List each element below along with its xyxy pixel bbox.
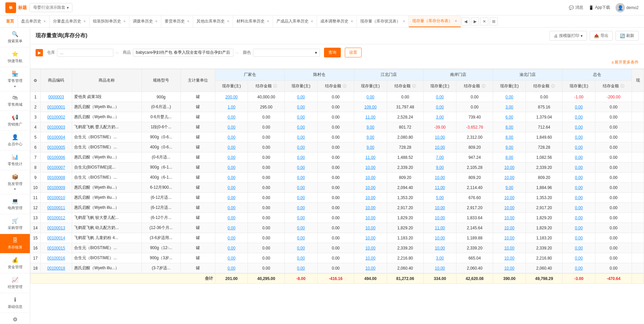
row-jb-amount: 1,829.20 <box>387 213 423 223</box>
row-fw-stock: 1.00 <box>215 102 248 112</box>
sidebar-item-operations[interactable]: 📈 经营管理 <box>0 273 30 293</box>
row-yb-stock: 8.00 <box>493 152 526 163</box>
industry-selector[interactable]: 母婴行业演示陈套 ▾ <box>30 3 72 12</box>
sidebar-item-ecom[interactable]: 💻 电商管理 <box>0 194 30 214</box>
query-btn[interactable]: 查询 <box>324 48 341 57</box>
tab-xczl[interactable]: 现存量（库存状况表） ✕ <box>357 15 409 27</box>
tab-dbs[interactable]: 调拨单历史 ✕ <box>129 15 161 27</box>
table-header-row-1: ⚙ 商品编码 商品名称 规格型号 主计量单位 厂家仓 陈村仓 江北门店 南岸门店… <box>31 69 644 81</box>
tab-xcfb-close[interactable]: ✕ <box>454 19 457 23</box>
operations-icon: 📈 <box>12 277 18 283</box>
row-jb-amount: 0.00 <box>387 92 423 102</box>
warehouse-input[interactable] <box>57 49 113 57</box>
row-name: 惠氏启醒（Wyeth illu...） <box>72 203 142 213</box>
chevron-down-icon: ▼ <box>14 188 16 191</box>
sidebar-item-retail-mgmt[interactable]: 🏪 零售管理 ▲ <box>0 67 30 91</box>
goods-input[interactable] <box>133 49 233 57</box>
th-settings[interactable]: ⚙ <box>31 69 41 92</box>
sidebar-item-basic[interactable]: ℹ 基础信息 <box>0 293 30 313</box>
export-icon: 📤 <box>594 34 599 38</box>
row-fw-stock: 0.00 <box>215 163 248 173</box>
tab-ccrks[interactable]: 产成品入库单历史 ✕ <box>273 15 317 27</box>
message-btn[interactable]: 💬 消息 <box>569 5 583 10</box>
color-label: 颜色 <box>243 50 251 55</box>
sidebar-item-search[interactable]: 🔍 搜索英单 <box>0 28 30 47</box>
color-select[interactable]: ▾ <box>253 49 320 57</box>
user-menu[interactable]: 👤 demo2 <box>615 3 639 12</box>
th-jiangbei-store: 江北门店 <box>354 69 424 81</box>
sidebar-item-retail-stats[interactable]: 📊 零售统计 <box>0 150 30 170</box>
sidebar-item-purchase[interactable]: 🛒 采购管理 <box>0 214 30 234</box>
row-name: 惠氏启醒（Wyeth illu...） <box>72 102 142 112</box>
row-index: 7 <box>31 152 41 163</box>
tab-cbtzs[interactable]: 成本调整单历史 ✕ <box>317 15 357 27</box>
row-unit: 罐 <box>180 163 215 173</box>
row-jb-stock: 11.00 <box>354 152 387 163</box>
row-jb-stock: 9.00 <box>354 142 387 152</box>
row-name: 惠氏启醒（Wyeth illu...） <box>72 112 142 122</box>
row-unit: 罐 <box>180 223 215 233</box>
tab-fpds-close[interactable]: ✕ <box>83 19 86 23</box>
sidebar-item-member[interactable]: 👤 会员中心 <box>0 131 30 150</box>
tab-yhdls-close[interactable]: ✕ <box>187 19 190 23</box>
row-total-stock: 0.00 <box>562 163 595 173</box>
tab-pds-close[interactable]: ✕ <box>43 19 46 23</box>
goods-dotdot[interactable]: ··· <box>235 50 239 55</box>
tab-xcfb[interactable]: 现存量（库存分布表） ✕ <box>409 15 461 27</box>
tab-clcks[interactable]: 材料出库单历史 ✕ <box>233 15 273 27</box>
sidebar-item-finance[interactable]: 💰 资金管理 <box>0 253 30 273</box>
tab-home[interactable]: 首页 <box>3 15 18 27</box>
row-index: 4 <box>31 122 41 132</box>
warehouse-dotdot[interactable]: ··· <box>115 50 119 55</box>
sidebar-item-inventory[interactable]: 🗄 库存核算 <box>0 234 30 253</box>
export-btn[interactable]: 📤 导出 <box>590 31 613 41</box>
filter-toggle-btn[interactable]: ▶ <box>36 49 43 56</box>
tab-expand-btn[interactable]: ⊞ <box>490 17 498 26</box>
tab-next-btn[interactable]: ▶ <box>471 17 479 26</box>
tab-close-all-btn[interactable]: ✕ <box>480 17 488 26</box>
tab-ccrks-close[interactable]: ✕ <box>311 19 313 23</box>
tab-clcks-close[interactable]: ✕ <box>267 19 269 23</box>
row-code: 00100011 <box>41 203 72 213</box>
filter-area: ▶ 仓库 ··· 商品 ··· 颜色 ▾ <box>30 44 644 69</box>
row-spec: 1段(0-6个... <box>142 122 180 132</box>
sidebar-item-wholesale[interactable]: 📦 批发管理 ▼ <box>0 170 30 194</box>
row-name: 合生元（BIOSTIME）... <box>72 173 142 183</box>
print-btn[interactable]: 🖨 按模版打印 ▾ <box>549 31 587 41</box>
row-cs-stock: 0.00 <box>284 122 317 132</box>
row-total-stock: 0.00 <box>562 132 595 142</box>
tab-prev-btn[interactable]: ◀ <box>462 17 470 26</box>
settings-btn[interactable]: 设置 <box>345 48 362 57</box>
tab-cbtzs-close[interactable]: ✕ <box>351 19 353 23</box>
footer-na-stock: 334.00 <box>424 273 457 284</box>
app-download-btn[interactable]: 📱 App下载 <box>589 5 610 10</box>
table-wrapper[interactable]: ⚙ 商品编码 商品名称 规格型号 主计量单位 厂家仓 陈村仓 江北门店 南岸门店… <box>30 69 644 324</box>
row-spec: (6-12月适... <box>142 203 180 213</box>
row-unit: 罐 <box>180 233 215 243</box>
tab-pds[interactable]: 盘点单历史 ✕ <box>18 15 50 27</box>
tab-zzcds-close[interactable]: ✕ <box>123 19 126 23</box>
tab-zzcds[interactable]: 组装拆卸单历史 ✕ <box>90 15 129 27</box>
sidebar-item-system[interactable]: ⚙ 系统管理 <box>0 313 30 324</box>
row-code: 00100012 <box>41 213 72 223</box>
tab-fpds[interactable]: 分量盘点单历史 ✕ <box>50 15 90 27</box>
sidebar-item-marketing[interactable]: 📢 营销推广 <box>0 111 30 131</box>
sidebar-item-shortcut[interactable]: ⭐ 快捷导航 <box>0 47 30 67</box>
tab-dbs-close[interactable]: ✕ <box>155 19 158 23</box>
tab-yhdls[interactable]: 要货单历史 ✕ <box>161 15 193 27</box>
tab-qtcks[interactable]: 其他出库单历史 ✕ <box>193 15 233 27</box>
tab-xczl-close[interactable]: ✕ <box>402 19 405 23</box>
row-na-stock: 10.00 <box>424 173 457 183</box>
th-unit: 主计量单位 <box>180 69 215 92</box>
row-cs-amount: 0.00 <box>317 92 354 102</box>
sidebar-item-member-label: 会员中心 <box>8 142 22 147</box>
row-cs-amount: 0.00 <box>317 163 354 173</box>
th-cs-stock: 现存量(主) <box>284 81 317 92</box>
expand-conditions-btn[interactable]: ≡ 展开更多条件 <box>611 59 639 65</box>
footer-yb-amount: 49,798.29 <box>526 273 562 284</box>
tab-qtcks-close[interactable]: ✕ <box>227 19 229 23</box>
row-jb-stock: 10.00 <box>354 173 387 183</box>
sidebar-item-inventory-label: 库存核算 <box>8 245 22 250</box>
sidebar-item-retail-mall[interactable]: 🛍 零售商城 <box>0 91 30 111</box>
refresh-btn[interactable]: 🔄 刷新 <box>615 31 639 41</box>
